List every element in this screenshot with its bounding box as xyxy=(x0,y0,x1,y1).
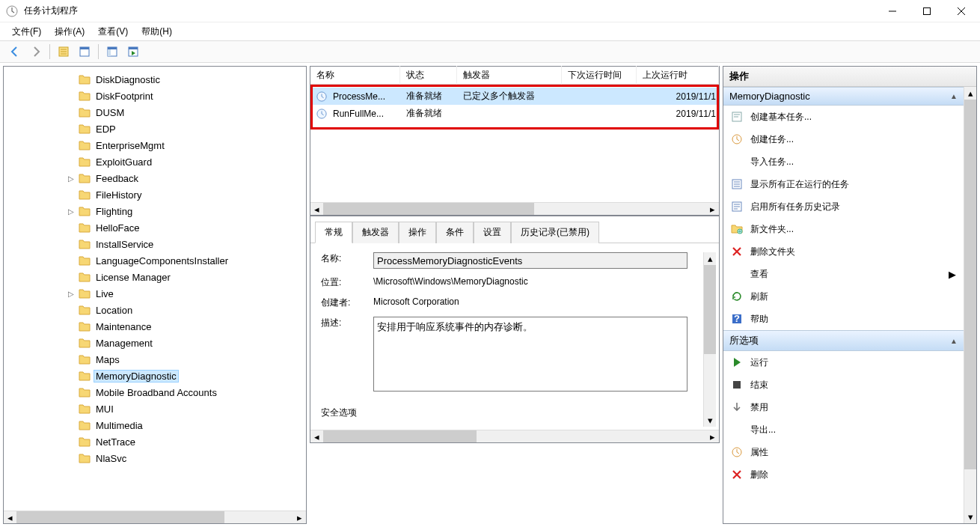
tree-item[interactable]: DiskDiagnostic xyxy=(64,71,306,88)
menu-action[interactable]: 操作(A) xyxy=(49,24,91,40)
tab-conditions[interactable]: 条件 xyxy=(436,222,474,243)
action-item[interactable]: 导出... xyxy=(723,418,964,441)
action-item[interactable]: 启用所有任务历史记录 xyxy=(723,195,964,218)
tree-item[interactable]: NetTrace xyxy=(64,433,306,450)
h-scrollbar[interactable]: ◂ ▸ xyxy=(310,202,719,215)
expand-icon[interactable]: ▷ xyxy=(67,207,76,216)
col-name[interactable]: 名称 xyxy=(310,66,400,85)
tree-item[interactable]: NlaSvc xyxy=(64,450,306,466)
folder-icon xyxy=(79,91,91,101)
folder-icon xyxy=(79,436,91,447)
col-lastrun[interactable]: 上次运行时 xyxy=(637,66,719,85)
maximize-button[interactable] xyxy=(910,0,944,22)
expand-icon[interactable]: ▷ xyxy=(67,174,76,183)
tree-item[interactable]: DiskFootprint xyxy=(64,88,306,104)
action-item[interactable]: 显示所有正在运行的任务 xyxy=(723,173,964,195)
scroll-down-button[interactable]: ▾ xyxy=(704,414,716,427)
label-desc: 描述: xyxy=(321,317,373,392)
action-group-header[interactable]: MemoryDiagnostic▲ xyxy=(723,87,964,106)
folder-icon xyxy=(79,156,91,167)
tab-actions[interactable]: 操作 xyxy=(399,222,436,243)
close-button[interactable] xyxy=(944,0,979,22)
action-item[interactable]: 新文件夹... xyxy=(723,218,964,240)
tree-item[interactable]: EnterpriseMgmt xyxy=(64,137,306,153)
minimize-button[interactable] xyxy=(875,0,910,22)
tab-triggers[interactable]: 触发器 xyxy=(352,222,399,243)
tab-settings[interactable]: 设置 xyxy=(474,222,511,243)
tree-item[interactable]: InstallService xyxy=(64,236,306,252)
action-item[interactable]: 创建基本任务... xyxy=(723,106,964,128)
action-item[interactable]: 删除 xyxy=(723,463,964,486)
action-item[interactable]: 属性 xyxy=(723,441,964,463)
tab-general[interactable]: 常规 xyxy=(315,222,352,243)
svg-rect-6 xyxy=(108,47,117,49)
desc-field[interactable]: 安排用于响应系统事件的内存诊断。 xyxy=(373,317,687,392)
action-item[interactable]: ?帮助 xyxy=(723,308,964,330)
action-item[interactable]: 查看▶ xyxy=(723,263,964,285)
tree-item[interactable]: Maps xyxy=(64,351,306,368)
scroll-left-button[interactable]: ◂ xyxy=(310,430,323,442)
h-scrollbar[interactable]: ◂ ▸ xyxy=(4,511,306,523)
tab-history[interactable]: 历史记录(已禁用) xyxy=(511,222,599,243)
toolbar-run[interactable] xyxy=(124,43,142,61)
name-field[interactable] xyxy=(373,252,687,269)
refresh-icon xyxy=(731,290,743,302)
scroll-up-button[interactable]: ▴ xyxy=(964,87,976,100)
tree-item[interactable]: EDP xyxy=(64,121,306,137)
tree-item[interactable]: Management xyxy=(64,335,306,351)
tree-item[interactable]: Location xyxy=(64,302,306,318)
tree-item[interactable]: DUSM xyxy=(64,104,306,121)
v-scrollbar[interactable]: ▴ ▾ xyxy=(703,252,716,427)
action-item[interactable]: 运行 xyxy=(723,351,964,374)
col-nextrun[interactable]: 下次运行时间 xyxy=(562,66,637,85)
action-label: 属性 xyxy=(750,446,768,459)
action-item[interactable]: 导入任务... xyxy=(723,150,964,173)
toolbar-props[interactable] xyxy=(55,43,73,61)
tree-item[interactable]: ▷Feedback xyxy=(64,170,306,186)
tree-item[interactable]: Mobile Broadband Accounts xyxy=(64,384,306,400)
folder-icon xyxy=(79,189,91,200)
action-item[interactable]: 删除文件夹 xyxy=(723,240,964,263)
task-basic-icon xyxy=(731,111,743,123)
tree-item[interactable]: MUI xyxy=(64,400,306,417)
tree-item[interactable]: Multimedia xyxy=(64,417,306,433)
tree-item[interactable]: ▷Flighting xyxy=(64,203,306,219)
toolbar-pane2[interactable] xyxy=(103,43,121,61)
h-scrollbar[interactable]: ◂ ▸ xyxy=(310,430,719,442)
scroll-down-button[interactable]: ▾ xyxy=(964,511,976,523)
tree-item[interactable]: ▷Live xyxy=(64,285,306,302)
tree-item[interactable]: HelloFace xyxy=(64,219,306,236)
col-trigger[interactable]: 触发器 xyxy=(457,66,562,85)
task-rows: ProcessMe... 准备就绪 已定义多个触发器 2019/11/1 Run… xyxy=(310,85,719,202)
action-item[interactable]: 禁用 xyxy=(723,396,964,418)
scroll-up-button[interactable]: ▴ xyxy=(704,252,716,265)
tree-item[interactable]: License Manager xyxy=(64,269,306,285)
col-status[interactable]: 状态 xyxy=(400,66,457,85)
toolbar-pane1[interactable] xyxy=(76,43,94,61)
expand-icon[interactable]: ▷ xyxy=(67,290,76,298)
menu-file[interactable]: 文件(F) xyxy=(6,24,47,40)
action-label: 创建任务... xyxy=(750,133,794,146)
scroll-left-button[interactable]: ◂ xyxy=(310,203,323,215)
forward-button[interactable] xyxy=(27,43,45,61)
creator-value: Microsoft Corporation xyxy=(373,296,703,309)
v-scrollbar[interactable]: ▴ ▾ xyxy=(964,87,976,523)
tree-item[interactable]: MemoryDiagnostic xyxy=(64,368,306,384)
tree-item[interactable]: Maintenance xyxy=(64,318,306,335)
scroll-right-button[interactable]: ▸ xyxy=(706,430,719,442)
scroll-left-button[interactable]: ◂ xyxy=(4,511,16,523)
action-item[interactable]: 刷新 xyxy=(723,285,964,308)
tree-item[interactable]: FileHistory xyxy=(64,186,306,203)
action-item[interactable]: 创建任务... xyxy=(723,128,964,150)
tree-item[interactable]: LanguageComponentsInstaller xyxy=(64,252,306,269)
menu-help[interactable]: 帮助(H) xyxy=(135,24,178,40)
menu-view[interactable]: 查看(V) xyxy=(92,24,134,40)
action-item[interactable]: 结束 xyxy=(723,374,964,396)
tree-item-label: HelloFace xyxy=(94,222,142,234)
action-group-header[interactable]: 所选项▲ xyxy=(723,330,964,351)
folder-icon xyxy=(79,239,91,249)
tree-item[interactable]: ExploitGuard xyxy=(64,153,306,170)
scroll-right-button[interactable]: ▸ xyxy=(706,203,719,215)
back-button[interactable] xyxy=(6,43,24,61)
scroll-right-button[interactable]: ▸ xyxy=(293,511,306,523)
